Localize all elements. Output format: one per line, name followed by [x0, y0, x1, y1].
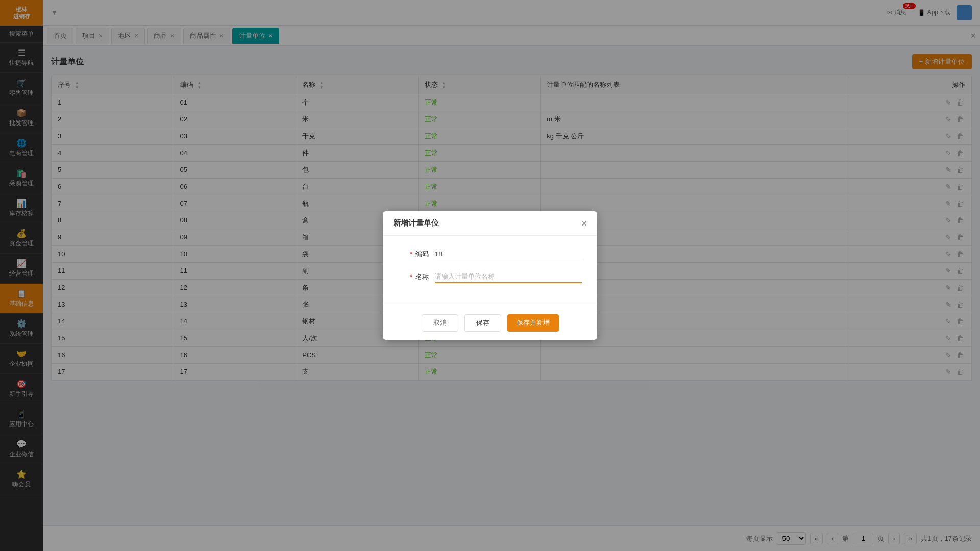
form-row-code: * 编码: [398, 248, 582, 260]
cancel-button[interactable]: 取消: [422, 314, 458, 332]
modal-close-button[interactable]: ×: [581, 219, 587, 228]
save-and-add-button[interactable]: 保存并新增: [507, 314, 559, 332]
form-row-name: * 名称: [398, 270, 582, 283]
name-label: * 名称: [398, 272, 429, 282]
modal-overlay[interactable]: 新增计量单位 × * 编码 * 名称 取消 保存 保存并新增: [0, 0, 980, 551]
name-required-mark: *: [410, 273, 412, 281]
code-label: * 编码: [398, 249, 429, 259]
modal-add-unit: 新增计量单位 × * 编码 * 名称 取消 保存 保存并新增: [383, 211, 597, 340]
name-input[interactable]: [435, 270, 582, 283]
modal-title: 新增计量单位: [393, 218, 439, 228]
save-button[interactable]: 保存: [464, 314, 501, 332]
code-required-mark: *: [410, 250, 412, 258]
code-input[interactable]: [435, 248, 582, 260]
modal-header: 新增计量单位 ×: [383, 211, 597, 236]
modal-body: * 编码 * 名称: [383, 236, 597, 306]
modal-footer: 取消 保存 保存并新增: [383, 306, 597, 340]
